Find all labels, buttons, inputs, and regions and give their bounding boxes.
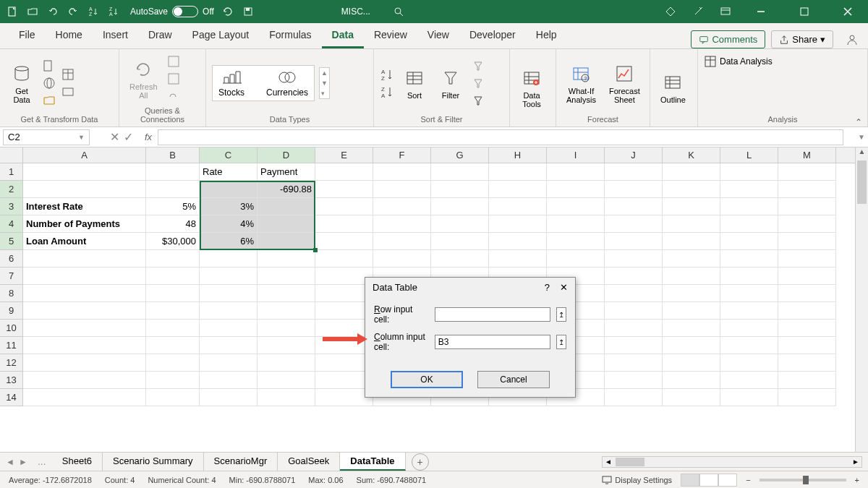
row-header-13[interactable]: 13 xyxy=(0,372,23,389)
cell-D12[interactable] xyxy=(258,354,315,372)
add-sheet-button[interactable]: + xyxy=(412,453,429,471)
sheet-tab-goalseek[interactable]: GoalSeek xyxy=(278,453,340,471)
cell-D2[interactable]: -690.88 xyxy=(258,181,315,198)
cell-K7[interactable] xyxy=(663,267,720,285)
menu-tab-page-layout[interactable]: Page Layout xyxy=(182,23,260,48)
cell-E2[interactable] xyxy=(315,181,373,198)
cell-J3[interactable] xyxy=(605,198,663,215)
row-header-8[interactable]: 8 xyxy=(0,285,23,302)
cell-L3[interactable] xyxy=(720,198,778,215)
cell-A1[interactable] xyxy=(23,163,146,181)
row-header-10[interactable]: 10 xyxy=(0,320,23,337)
maximize-button[interactable] xyxy=(790,0,819,23)
close-button[interactable] xyxy=(833,0,862,23)
sheet-tab-scenariomgr[interactable]: ScenarioMgr xyxy=(204,453,278,471)
cell-F1[interactable] xyxy=(373,163,431,181)
cell-B9[interactable] xyxy=(146,302,200,320)
cell-M7[interactable] xyxy=(778,267,836,285)
from-text-icon[interactable] xyxy=(42,59,56,73)
cell-K2[interactable] xyxy=(663,181,720,198)
selection-handle[interactable] xyxy=(313,248,318,252)
enter-formula-icon[interactable]: ✓ xyxy=(124,130,133,144)
menu-tab-home[interactable]: Home xyxy=(46,23,93,48)
cell-B4[interactable]: 48 xyxy=(146,215,200,233)
cell-M9[interactable] xyxy=(778,302,836,320)
row-header-1[interactable]: 1 xyxy=(0,163,23,181)
cell-C2[interactable] xyxy=(200,181,258,198)
row-header-4[interactable]: 4 xyxy=(0,215,23,233)
expand-formula-icon[interactable]: ▼ xyxy=(858,133,865,141)
cell-D10[interactable] xyxy=(258,320,315,337)
cell-A10[interactable] xyxy=(23,320,146,337)
cell-M11[interactable] xyxy=(778,337,836,354)
column-input-field[interactable] xyxy=(435,335,550,349)
menu-tab-formulas[interactable]: Formulas xyxy=(259,23,321,48)
redo-icon[interactable] xyxy=(67,5,80,18)
cell-C14[interactable] xyxy=(200,389,258,406)
cell-B10[interactable] xyxy=(146,320,200,337)
fx-label[interactable]: fx xyxy=(139,132,158,142)
currencies-data-type[interactable]: Currencies xyxy=(266,69,308,98)
cell-K3[interactable] xyxy=(663,198,720,215)
row-header-3[interactable]: 3 xyxy=(0,198,23,215)
menu-tab-review[interactable]: Review xyxy=(364,23,417,48)
queries-icon[interactable] xyxy=(166,54,181,69)
sheet-nav-next[interactable]: ► xyxy=(19,457,27,467)
more-icon[interactable]: ▾ xyxy=(321,90,328,97)
row-header-5[interactable]: 5 xyxy=(0,233,23,250)
zoom-slider[interactable] xyxy=(760,479,846,481)
cell-G4[interactable] xyxy=(431,215,489,233)
cell-J5[interactable] xyxy=(605,233,663,250)
cell-L9[interactable] xyxy=(720,302,778,320)
menu-tab-data[interactable]: Data xyxy=(322,23,364,48)
vertical-scrollbar[interactable]: ▲ xyxy=(855,147,868,452)
cell-A2[interactable] xyxy=(23,181,146,198)
sort-za-icon[interactable]: ZA xyxy=(380,85,394,99)
col-header-J[interactable]: J xyxy=(605,147,663,163)
forecast-sheet-button[interactable]: Forecast Sheet xyxy=(605,61,644,106)
col-header-E[interactable]: E xyxy=(315,147,373,163)
cancel-formula-icon[interactable]: ✕ xyxy=(110,130,119,144)
get-data-button[interactable]: Get Data xyxy=(6,61,38,106)
cell-K1[interactable] xyxy=(663,163,720,181)
cell-K13[interactable] xyxy=(663,372,720,389)
cell-C6[interactable] xyxy=(200,250,258,267)
chevron-down-icon[interactable]: ▼ xyxy=(321,80,328,87)
cell-D6[interactable] xyxy=(258,250,315,267)
scroll-up-icon[interactable]: ▲ xyxy=(856,147,868,159)
cell-M5[interactable] xyxy=(778,233,836,250)
cell-M12[interactable] xyxy=(778,354,836,372)
col-header-C[interactable]: C xyxy=(200,147,258,163)
cell-L6[interactable] xyxy=(720,250,778,267)
cell-J4[interactable] xyxy=(605,215,663,233)
hscroll-thumb[interactable] xyxy=(616,458,644,466)
save-icon[interactable] xyxy=(242,5,255,18)
cell-C8[interactable] xyxy=(200,285,258,302)
cell-I3[interactable] xyxy=(547,198,605,215)
cell-J2[interactable] xyxy=(605,181,663,198)
properties-icon[interactable] xyxy=(166,72,181,86)
sort-asc-icon[interactable]: AZ xyxy=(87,5,100,18)
menu-tab-insert[interactable]: Insert xyxy=(93,23,138,48)
sort-button[interactable]: Sort xyxy=(399,65,430,101)
new-file-icon[interactable] xyxy=(6,5,19,18)
sheet-tab-scenario-summary[interactable]: Scenario Summary xyxy=(103,453,204,471)
comments-button[interactable]: Comments xyxy=(691,30,765,48)
cell-A8[interactable] xyxy=(23,285,146,302)
cell-H6[interactable] xyxy=(489,250,547,267)
scroll-left-icon[interactable]: ◄ xyxy=(603,458,614,466)
cell-D13[interactable] xyxy=(258,372,315,389)
cell-B8[interactable] xyxy=(146,285,200,302)
cell-A6[interactable] xyxy=(23,250,146,267)
help-button[interactable]: ? xyxy=(545,282,550,293)
cell-H5[interactable] xyxy=(489,233,547,250)
row-header-14[interactable]: 14 xyxy=(0,389,23,406)
cell-D11[interactable] xyxy=(258,337,315,354)
recent-sources-icon[interactable] xyxy=(61,85,75,99)
cell-A5[interactable]: Loan Amount xyxy=(23,233,146,250)
cell-F2[interactable] xyxy=(373,181,431,198)
cell-A11[interactable] xyxy=(23,337,146,354)
cell-D9[interactable] xyxy=(258,302,315,320)
cell-G5[interactable] xyxy=(431,233,489,250)
data-analysis-button[interactable]: Data Analysis xyxy=(704,55,773,68)
